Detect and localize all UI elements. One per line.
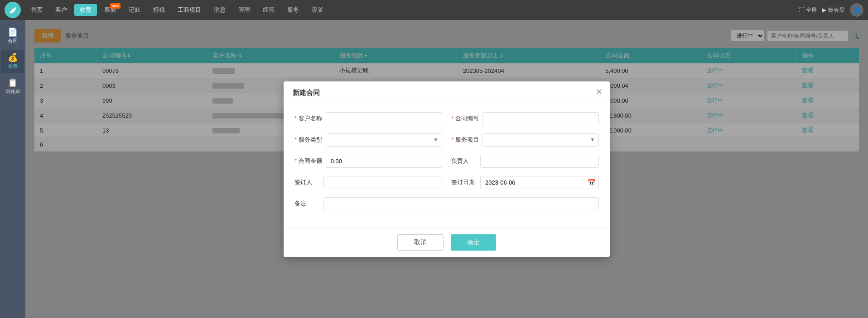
nav-invoice[interactable]: 票据 new bbox=[99, 4, 121, 16]
modal-overlay: 新建合同 ✕ * 客户名称 bbox=[25, 20, 868, 318]
service-item-label: * 服务项目 bbox=[451, 136, 479, 144]
amount-input[interactable] bbox=[326, 155, 442, 168]
nav-tax[interactable]: 报税 bbox=[148, 4, 170, 16]
sign-date-wrapper: 📅 bbox=[480, 176, 599, 189]
form-row-5: 备注 bbox=[294, 197, 599, 210]
calendar-icon[interactable]: 📅 bbox=[588, 179, 595, 186]
contract-icon: 📄 bbox=[8, 28, 18, 36]
sidebar-label-contract: 合同 bbox=[8, 38, 18, 44]
nav-home[interactable]: 首页 bbox=[25, 4, 48, 16]
sidebar-label-statement: 对账单 bbox=[5, 88, 20, 95]
contract-no-input[interactable] bbox=[482, 112, 599, 125]
member-button[interactable]: ▶ 畅会员 bbox=[822, 6, 844, 14]
form-row-1: * 客户名称 * 合同编号 bbox=[294, 112, 599, 125]
form-group-person: 负责人 bbox=[451, 155, 599, 168]
nav-business[interactable]: 工商项目 bbox=[172, 4, 207, 16]
sidebar-item-statement[interactable]: 📋 对账单 bbox=[1, 75, 24, 99]
form-group-client: * 客户名称 bbox=[294, 112, 442, 125]
form-group-notes: 备注 bbox=[294, 197, 599, 210]
modal-footer: 取消 确定 bbox=[284, 228, 610, 257]
nav-message[interactable]: 消息 bbox=[208, 4, 231, 16]
person-label: 负责人 bbox=[451, 157, 477, 165]
form-group-contract-no: * 合同编号 bbox=[451, 112, 599, 125]
form-row-2: * 服务类型 ▼ * 服务项目 bbox=[294, 133, 599, 147]
sign-date-label: 签订日期 bbox=[451, 178, 477, 186]
service-type-select[interactable] bbox=[326, 133, 442, 147]
nav-settings[interactable]: 设置 bbox=[306, 4, 329, 16]
modal-title: 新建合同 bbox=[284, 81, 610, 103]
modal-close-button[interactable]: ✕ bbox=[596, 87, 603, 97]
nav-service[interactable]: 服务 bbox=[282, 4, 304, 16]
required-star-4: * bbox=[451, 136, 453, 143]
required-star: * bbox=[294, 115, 297, 122]
required-star-5: * bbox=[294, 157, 297, 164]
main-layout: 📄 合同 💰 收费 📋 对账单 新增 服务项目 进行中 已完成 已取消 🔍 bbox=[0, 20, 868, 318]
client-name-input[interactable] bbox=[326, 112, 442, 125]
form-group-amount: * 合同金额 bbox=[294, 155, 442, 168]
avatar-icon: 👤 bbox=[853, 6, 861, 14]
required-star-3: * bbox=[294, 136, 297, 143]
new-contract-modal: 新建合同 ✕ * 客户名称 bbox=[284, 81, 610, 257]
required-star-2: * bbox=[451, 115, 453, 122]
content-area: 新增 服务项目 进行中 已完成 已取消 🔍 序号 合同编码⇅ 客户名称⇅ 服务项… bbox=[25, 20, 868, 318]
sidebar-item-billing[interactable]: 💰 收费 bbox=[1, 50, 24, 73]
top-nav: 首页 客户 收费 票据 new 记账 报税 工商项目 消息 管理 经营 服务 设… bbox=[0, 0, 868, 20]
form-group-sign-date: 签订日期 📅 bbox=[451, 176, 599, 189]
service-item-select[interactable] bbox=[482, 133, 599, 147]
statement-icon: 📋 bbox=[8, 79, 18, 87]
user-avatar[interactable]: 👤 bbox=[850, 3, 863, 17]
app-logo[interactable] bbox=[5, 2, 21, 18]
form-group-service-type: * 服务类型 ▼ bbox=[294, 133, 442, 147]
form-group-signer: 签订人 bbox=[294, 176, 442, 189]
person-input[interactable] bbox=[480, 155, 599, 168]
play-icon: ▶ bbox=[822, 7, 826, 13]
form-row-4: 签订人 签订日期 📅 bbox=[294, 176, 599, 189]
new-badge: new bbox=[110, 3, 121, 9]
service-type-label: * 服务类型 bbox=[294, 136, 322, 144]
service-item-select-wrapper: ▼ bbox=[482, 133, 599, 147]
cancel-button[interactable]: 取消 bbox=[397, 234, 444, 251]
nav-right: ⛶ 全屏 ▶ 畅会员 👤 bbox=[799, 3, 863, 17]
member-label: 畅会员 bbox=[828, 6, 844, 14]
modal-body: * 客户名称 * 合同编号 bbox=[284, 103, 610, 228]
amount-label: * 合同金额 bbox=[294, 157, 322, 165]
nav-bookkeeping[interactable]: 记账 bbox=[123, 4, 146, 16]
nav-manage[interactable]: 管理 bbox=[233, 4, 256, 16]
form-row-3: * 合同金额 负责人 bbox=[294, 155, 599, 168]
nav-billing[interactable]: 收费 bbox=[74, 4, 97, 16]
form-group-service-item: * 服务项目 ▼ bbox=[451, 133, 599, 147]
signer-label: 签订人 bbox=[294, 178, 320, 186]
notes-input[interactable] bbox=[323, 197, 599, 210]
nav-client[interactable]: 客户 bbox=[50, 4, 72, 16]
fullscreen-icon: ⛶ bbox=[799, 7, 804, 13]
nav-items: 首页 客户 收费 票据 new 记账 报税 工商项目 消息 管理 经营 服务 设… bbox=[25, 4, 799, 16]
billing-icon: 💰 bbox=[8, 53, 18, 62]
fullscreen-label: 全屏 bbox=[806, 6, 817, 14]
sign-date-input[interactable] bbox=[480, 176, 599, 189]
contract-no-label: * 合同编号 bbox=[451, 114, 479, 123]
signer-input[interactable] bbox=[323, 176, 442, 189]
confirm-button[interactable]: 确定 bbox=[451, 234, 496, 251]
sidebar-label-billing: 收费 bbox=[8, 63, 18, 70]
nav-operation[interactable]: 经营 bbox=[257, 4, 280, 16]
sidebar: 📄 合同 💰 收费 📋 对账单 bbox=[0, 20, 25, 318]
notes-label: 备注 bbox=[294, 199, 320, 208]
service-type-select-wrapper: ▼ bbox=[326, 133, 442, 147]
client-name-label: * 客户名称 bbox=[294, 114, 322, 123]
sidebar-item-contract[interactable]: 📄 合同 bbox=[1, 24, 24, 48]
fullscreen-button[interactable]: ⛶ 全屏 bbox=[799, 6, 817, 14]
